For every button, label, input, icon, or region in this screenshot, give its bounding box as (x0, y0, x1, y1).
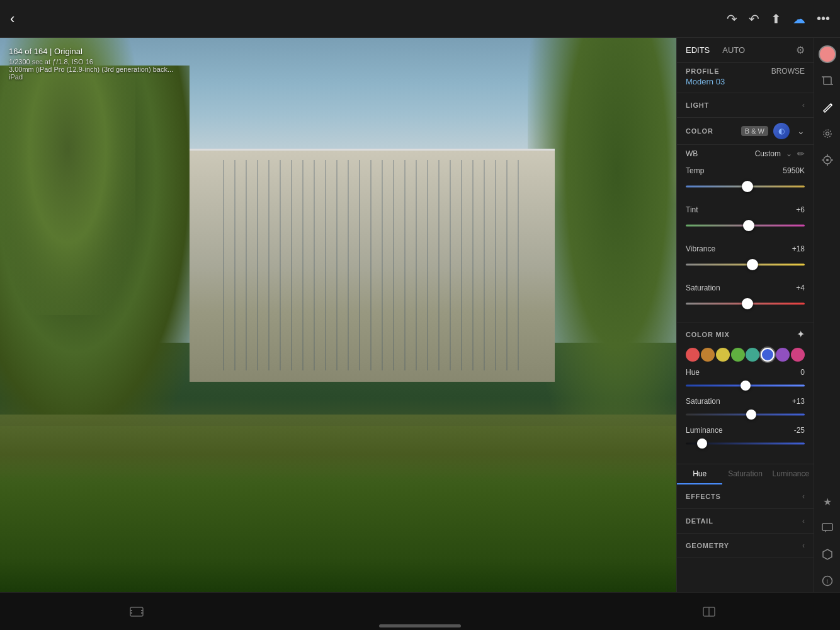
hue-label: Hue (686, 368, 700, 377)
home-indicator (379, 624, 461, 627)
side-icon-mask[interactable] (816, 149, 839, 171)
color-label: COLOR (686, 127, 713, 135)
tint-row: Tint +6 (686, 205, 805, 214)
wb-select[interactable]: Custom (755, 149, 781, 158)
more-button[interactable]: ••• (817, 11, 830, 26)
color-dot-purple[interactable] (776, 348, 790, 362)
color-dot-magenta[interactable] (791, 348, 805, 362)
edit-panel: EDITS AUTO ⚙ PROFILE BROWSE Modern 03 LI… (677, 38, 814, 592)
photo-device: 3.00mm (iPad Pro (12.9-inch) (3rd genera… (9, 66, 173, 73)
color-dot-red[interactable] (686, 348, 700, 362)
color-dot-aqua[interactable] (746, 348, 759, 362)
hue-row: Hue 0 (686, 368, 805, 377)
undo-button[interactable]: ↶ (749, 11, 759, 26)
color-dot-green[interactable] (731, 348, 745, 362)
profile-row: PROFILE BROWSE (686, 67, 805, 76)
temp-slider-section: Temp 5950K (677, 163, 814, 202)
light-section: LIGHT ‹ (677, 93, 814, 118)
color-dot-yellow[interactable] (716, 348, 730, 362)
share-button[interactable]: ⬆ (771, 11, 781, 26)
tint-label: Tint (686, 205, 698, 214)
side-icon-gear[interactable] (816, 122, 839, 145)
side-icon-star[interactable]: ★ (816, 490, 839, 513)
side-icon-brush[interactable] (816, 96, 839, 118)
color-mode-button[interactable]: ◐ (773, 123, 790, 139)
color-mix-section: COLOR MIX ✦ (677, 323, 814, 484)
luminance-slider[interactable] (686, 437, 805, 450)
temp-thumb[interactable] (742, 181, 753, 192)
mix-saturation-row: Saturation +13 (686, 397, 805, 406)
svg-rect-17 (130, 612, 132, 614)
back-button[interactable]: ‹ (10, 11, 14, 27)
color-dot-orange[interactable] (701, 348, 715, 362)
temp-slider[interactable] (686, 180, 805, 193)
saturation-slider[interactable] (686, 297, 805, 310)
geometry-section: GEOMETRY ‹ (677, 534, 814, 558)
hue-value: 0 (786, 368, 805, 377)
temp-row: Temp 5950K (686, 166, 805, 175)
wb-row: WB Custom ⌄ ✏ (677, 145, 814, 163)
detail-section: DETAIL ‹ (677, 509, 814, 534)
vibrance-thumb[interactable] (747, 259, 758, 270)
side-icon-chat[interactable] (816, 517, 839, 539)
browse-button[interactable]: BROWSE (771, 67, 805, 76)
light-header[interactable]: LIGHT ‹ (677, 93, 814, 117)
effects-section: EFFECTS ‹ (677, 484, 814, 509)
svg-point-3 (830, 104, 832, 106)
svg-point-4 (826, 132, 829, 135)
saturation-thumb[interactable] (742, 298, 753, 309)
building-windows (223, 160, 527, 370)
vibrance-slider[interactable] (686, 258, 805, 271)
color-mix-add-icon[interactable]: ✦ (797, 328, 805, 340)
tab-auto[interactable]: AUTO (722, 45, 745, 55)
saturation-value: +4 (780, 284, 805, 292)
side-icon-info[interactable]: i (816, 570, 839, 592)
effects-header[interactable]: EFFECTS ‹ (677, 484, 814, 508)
mix-saturation-thumb[interactable] (746, 410, 756, 420)
tint-slider[interactable] (686, 219, 805, 232)
luminance-thumb[interactable] (697, 438, 707, 449)
profile-label: PROFILE (686, 67, 719, 75)
svg-rect-19 (141, 612, 143, 614)
svg-rect-15 (130, 607, 143, 616)
tab-luminance[interactable]: Luminance (768, 464, 814, 484)
mix-saturation-slider[interactable] (686, 408, 805, 421)
wb-edit-icon[interactable]: ✏ (797, 149, 805, 159)
tint-thumb[interactable] (743, 220, 754, 231)
geometry-header[interactable]: GEOMETRY ‹ (677, 534, 814, 558)
color-controls: B & W ◐ ⌄ (741, 123, 805, 139)
luminance-row: Luminance -25 (686, 426, 805, 435)
compare-icon[interactable] (702, 605, 716, 619)
tab-saturation[interactable]: Saturation (722, 464, 768, 484)
mix-saturation-value: +13 (786, 397, 805, 406)
color-expand-icon[interactable]: ⌄ (797, 126, 805, 136)
geometry-title: GEOMETRY (686, 542, 729, 549)
hue-thumb[interactable] (741, 381, 751, 391)
photo-exposure: 1/2300 sec at ƒ/1.8, ISO 16 (9, 58, 173, 66)
vibrance-value: +18 (780, 244, 805, 253)
redo-button[interactable]: ↷ (727, 11, 737, 26)
top-bar-right: ↷ ↶ ⬆ ☁ ••• (727, 11, 830, 26)
temp-value: 5950K (780, 166, 805, 175)
tab-hue[interactable]: Hue (677, 464, 722, 484)
svg-rect-16 (130, 610, 132, 611)
main-content: 164 of 164 | Original 1/2300 sec at ƒ/1.… (0, 38, 840, 592)
saturation-row: Saturation +4 (686, 284, 805, 292)
light-title: LIGHT (686, 101, 709, 109)
side-icon-crop[interactable] (816, 69, 839, 92)
saturation-slider-section: Saturation +4 (677, 280, 814, 323)
detail-header[interactable]: DETAIL ‹ (677, 509, 814, 533)
photo-strip (124, 605, 716, 619)
side-icon-tag[interactable] (816, 543, 839, 566)
right-panel: EDITS AUTO ⚙ PROFILE BROWSE Modern 03 LI… (676, 38, 840, 592)
color-dots (677, 345, 814, 368)
hue-slider[interactable] (686, 379, 805, 392)
side-icon-circle[interactable] (816, 43, 839, 66)
panel-settings-icon[interactable]: ⚙ (796, 44, 805, 56)
color-mix-header: COLOR MIX ✦ (677, 323, 814, 345)
tab-edits[interactable]: EDITS (686, 45, 710, 55)
bottom-bar (0, 592, 840, 630)
mix-saturation-track (686, 414, 805, 416)
filmstrip-icon[interactable] (124, 605, 149, 619)
color-dot-blue[interactable] (761, 348, 775, 362)
